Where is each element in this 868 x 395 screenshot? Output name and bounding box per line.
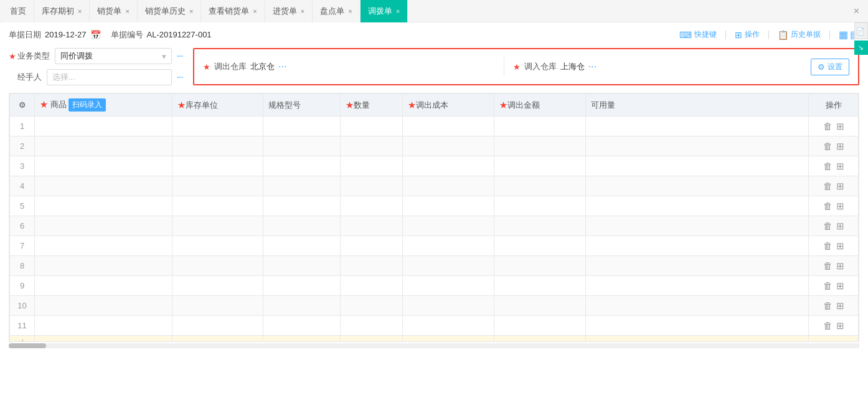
copy-icon[interactable]: ⊞ (836, 240, 844, 252)
tab-purchase[interactable]: 进货单 × (265, 0, 313, 22)
available-cell[interactable] (585, 276, 808, 296)
product-cell[interactable] (35, 156, 172, 176)
cost-cell[interactable] (403, 117, 494, 136)
cost-cell[interactable] (403, 316, 494, 336)
cost-cell[interactable] (403, 236, 494, 256)
unit-cell[interactable] (172, 216, 263, 236)
unit-cell[interactable] (172, 316, 263, 336)
out-warehouse-more-btn[interactable]: ··· (278, 61, 286, 72)
settings-button[interactable]: ⚙ 设置 (811, 59, 849, 75)
tab-stocktake[interactable]: 盘点单 × (313, 0, 360, 22)
product-cell[interactable] (35, 236, 172, 256)
delete-icon[interactable]: 🗑 (823, 240, 833, 251)
unit-cell[interactable] (172, 196, 263, 216)
product-cell[interactable] (35, 196, 172, 216)
copy-icon[interactable]: ⊞ (836, 300, 844, 312)
amount-cell[interactable] (494, 136, 586, 156)
copy-icon[interactable]: ⊞ (836, 181, 844, 192)
qty-cell[interactable] (341, 316, 403, 336)
delete-icon[interactable]: 🗑 (823, 221, 833, 231)
delete-icon[interactable]: 🗑 (823, 201, 833, 211)
cost-cell[interactable] (403, 196, 494, 216)
spec-cell[interactable] (263, 296, 341, 316)
delete-icon[interactable]: 🗑 (823, 300, 833, 311)
product-cell[interactable] (35, 276, 172, 296)
spec-cell[interactable] (263, 196, 341, 216)
product-cell[interactable] (35, 316, 172, 336)
copy-icon[interactable]: ⊞ (836, 201, 844, 212)
cost-cell[interactable] (403, 136, 494, 156)
sidebar-btn-expand[interactable]: ↗ (854, 40, 868, 55)
qty-cell[interactable] (341, 176, 403, 196)
copy-icon[interactable]: ⊞ (836, 320, 844, 331)
scrollbar-thumb[interactable] (9, 343, 46, 348)
tab-close-view-sales[interactable]: × (253, 7, 257, 15)
tab-sales-order[interactable]: 销货单 × (90, 0, 137, 22)
spec-cell[interactable] (263, 276, 341, 296)
biz-type-select[interactable]: 同价调拨 ▾ (55, 48, 172, 64)
amount-cell[interactable] (494, 296, 586, 316)
amount-cell[interactable] (494, 236, 586, 256)
amount-cell[interactable] (494, 176, 586, 196)
product-cell[interactable] (35, 136, 172, 156)
unit-cell[interactable] (172, 276, 263, 296)
delete-icon[interactable]: 🗑 (823, 181, 833, 191)
unit-cell[interactable] (172, 156, 263, 176)
tab-sales-history[interactable]: 销货单历史 × (138, 0, 201, 22)
unit-cell[interactable] (172, 176, 263, 196)
copy-icon[interactable]: ⊞ (836, 280, 844, 292)
biz-type-more-btn[interactable]: ··· (177, 50, 183, 62)
window-close-icon[interactable]: × (847, 6, 866, 17)
product-cell[interactable] (35, 117, 172, 136)
spec-cell[interactable] (263, 216, 341, 236)
spec-cell[interactable] (263, 316, 341, 336)
delete-icon[interactable]: 🗑 (823, 161, 833, 171)
product-cell[interactable] (35, 176, 172, 196)
available-cell[interactable] (585, 117, 808, 136)
handler-select[interactable]: 选择... (47, 69, 172, 85)
spec-cell[interactable] (263, 136, 341, 156)
product-cell[interactable] (35, 256, 172, 276)
spec-cell[interactable] (263, 236, 341, 256)
tab-close-sales-history[interactable]: × (189, 7, 193, 15)
qty-cell[interactable] (341, 236, 403, 256)
spec-cell[interactable] (263, 176, 341, 196)
copy-icon[interactable]: ⊞ (836, 260, 844, 272)
amount-cell[interactable] (494, 216, 586, 236)
cost-cell[interactable] (403, 156, 494, 176)
available-cell[interactable] (585, 296, 808, 316)
available-cell[interactable] (585, 216, 808, 236)
tab-home[interactable]: 首页 (2, 0, 34, 22)
copy-icon[interactable]: ⊞ (836, 141, 844, 152)
spec-cell[interactable] (263, 156, 341, 176)
product-cell[interactable] (35, 296, 172, 316)
amount-cell[interactable] (494, 276, 586, 296)
unit-cell[interactable] (172, 136, 263, 156)
cost-cell[interactable] (403, 216, 494, 236)
handler-more-btn[interactable]: ··· (177, 72, 183, 83)
qty-cell[interactable] (341, 136, 403, 156)
available-cell[interactable] (585, 196, 808, 216)
delete-icon[interactable]: 🗑 (823, 280, 833, 291)
qty-cell[interactable] (341, 117, 403, 136)
shortcut-action[interactable]: ⌨ 快捷键 (679, 29, 717, 40)
spec-cell[interactable] (263, 256, 341, 276)
copy-icon[interactable]: ⊞ (836, 121, 844, 132)
amount-cell[interactable] (494, 196, 586, 216)
qty-cell[interactable] (341, 256, 403, 276)
unit-cell[interactable] (172, 296, 263, 316)
amount-cell[interactable] (494, 316, 586, 336)
available-cell[interactable] (585, 136, 808, 156)
tab-close-transfer[interactable]: × (396, 7, 400, 15)
delete-icon[interactable]: 🗑 (823, 260, 833, 271)
qty-cell[interactable] (341, 156, 403, 176)
unit-cell[interactable] (172, 256, 263, 276)
copy-icon[interactable]: ⊞ (836, 221, 844, 232)
tab-close-purchase[interactable]: × (301, 7, 304, 15)
tab-close-stocktake[interactable]: × (348, 7, 352, 15)
available-cell[interactable] (585, 256, 808, 276)
amount-cell[interactable] (494, 156, 586, 176)
spec-cell[interactable] (263, 117, 341, 136)
copy-icon[interactable]: ⊞ (836, 161, 844, 172)
unit-cell[interactable] (172, 117, 263, 136)
